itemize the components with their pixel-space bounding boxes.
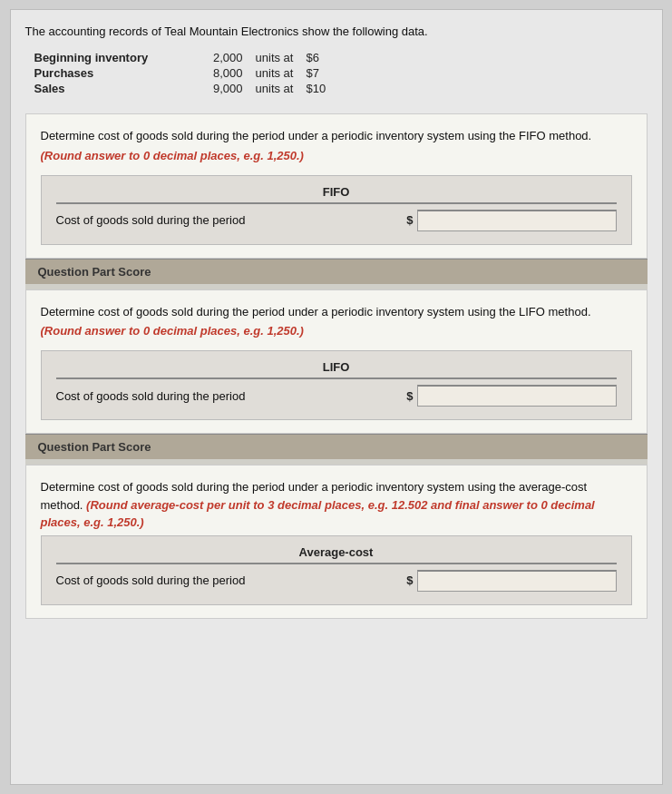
avg-answer-table: Average-cost Cost of goods sold during t… — [41, 535, 632, 605]
lifo-row-label: Cost of goods sold during the period — [56, 389, 407, 403]
lifo-answer-table: LIFO Cost of goods sold during the perio… — [41, 350, 632, 420]
sales-qty: 9,000 — [180, 82, 243, 95]
sales-label: Sales — [34, 82, 180, 95]
lifo-question-note: (Round answer to 0 decimal places, e.g. … — [41, 324, 632, 338]
beginning-inventory-qty: 2,000 — [180, 51, 243, 64]
avg-row-label: Cost of goods sold during the period — [56, 573, 407, 587]
fifo-dollar-sign: $ — [406, 213, 413, 227]
purchases-unit: units at — [243, 66, 307, 80]
score-bar-1: Question Part Score — [25, 259, 648, 284]
score-bar-2: Question Part Score — [25, 434, 648, 459]
lifo-section: Determine cost of goods sold during the … — [25, 289, 648, 435]
inventory-row-purchases: Purchases 8,000 units at $7 — [34, 66, 648, 80]
fifo-method-header: FIFO — [56, 185, 617, 204]
purchases-qty: 8,000 — [180, 66, 243, 80]
lifo-answer-row: Cost of goods sold during the period $ — [56, 385, 617, 407]
fifo-row-label: Cost of goods sold during the period — [56, 213, 407, 227]
purchases-label: Purchases — [34, 66, 180, 80]
avg-question-part2: (Round average-cost per unit to 3 decima… — [41, 498, 595, 530]
beginning-inventory-unit: units at — [243, 51, 307, 64]
fifo-answer-row: Cost of goods sold during the period $ — [56, 210, 617, 231]
fifo-question-text: Determine cost of goods sold during the … — [41, 127, 632, 145]
beginning-inventory-label: Beginning inventory — [34, 51, 180, 64]
purchases-price: $7 — [307, 66, 352, 80]
avg-question-text: Determine cost of goods sold during the … — [41, 478, 632, 532]
sales-unit: units at — [243, 82, 307, 95]
lifo-dollar-sign: $ — [406, 389, 413, 403]
lifo-method-header: LIFO — [56, 360, 617, 379]
fifo-section: Determine cost of goods sold during the … — [25, 113, 648, 259]
score-bar-1-label: Question Part Score — [38, 265, 151, 279]
fifo-answer-table: FIFO Cost of goods sold during the perio… — [41, 175, 632, 245]
intro-text: The accounting records of Teal Mountain … — [25, 25, 648, 38]
beginning-inventory-price: $6 — [307, 51, 352, 64]
avg-dollar-sign: $ — [406, 573, 413, 587]
inventory-row-beginning: Beginning inventory 2,000 units at $6 — [34, 51, 648, 64]
sales-price: $10 — [307, 82, 352, 95]
inventory-row-sales: Sales 9,000 units at $10 — [34, 82, 648, 95]
avg-answer-row: Cost of goods sold during the period $ — [56, 570, 617, 592]
fifo-input[interactable] — [417, 210, 617, 231]
avg-section: Determine cost of goods sold during the … — [25, 465, 648, 619]
inventory-table: Beginning inventory 2,000 units at $6 Pu… — [34, 51, 648, 95]
page-container: The accounting records of Teal Mountain … — [10, 9, 663, 785]
score-bar-2-label: Question Part Score — [38, 440, 151, 454]
fifo-question-note: (Round answer to 0 decimal places, e.g. … — [41, 149, 632, 162]
avg-method-header: Average-cost — [56, 545, 617, 564]
lifo-question-text: Determine cost of goods sold during the … — [41, 303, 632, 321]
avg-input[interactable] — [417, 570, 617, 592]
lifo-input[interactable] — [417, 385, 617, 407]
